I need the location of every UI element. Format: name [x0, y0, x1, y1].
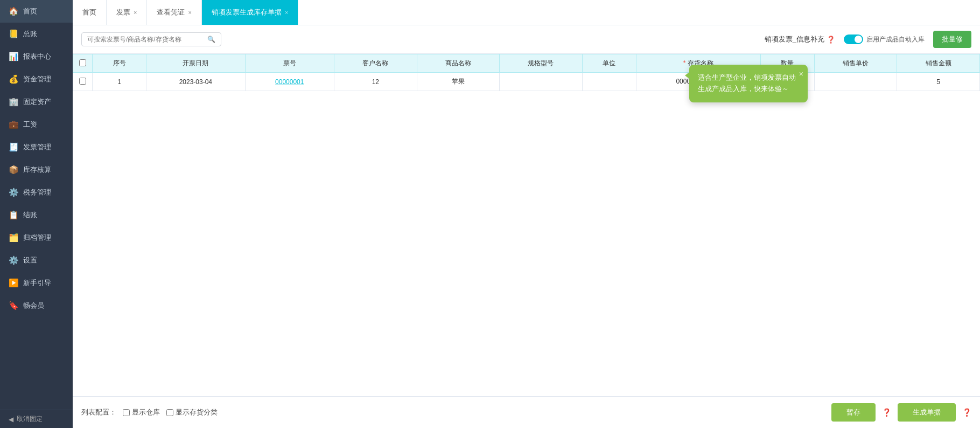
- close-voucher-tab[interactable]: ×: [188, 9, 191, 16]
- sidebar-item-home[interactable]: 🏠 首页: [0, 0, 73, 23]
- header-unit: 单位: [582, 54, 636, 73]
- close-invoice-tab[interactable]: ×: [134, 9, 137, 16]
- inventory-icon: 📦: [9, 165, 19, 175]
- search-box[interactable]: 🔍: [81, 32, 221, 46]
- row-date: 2023-03-04: [146, 73, 245, 91]
- data-table-wrap: 序号 开票日期 票号 客户名称 商品名称 规格型号 单位 存货名称 数量 销售单…: [73, 54, 980, 396]
- home-icon: 🏠: [9, 6, 19, 16]
- tax-icon: ⚙️: [9, 188, 19, 197]
- gen-question-icon: ❓: [962, 408, 971, 417]
- header-spec: 规格型号: [500, 54, 583, 73]
- content-area: 🔍 销项发票_信息补充 ❓ 启用产成品自动入库 批量修: [73, 25, 980, 428]
- sidebar-item-assets[interactable]: 🏢 固定资产: [0, 91, 73, 113]
- show-category-label[interactable]: 显示存货分类: [166, 408, 218, 417]
- wages-icon: 💼: [9, 120, 19, 129]
- row-no[interactable]: 00000001: [245, 73, 334, 91]
- header-no: 票号: [245, 54, 334, 73]
- save-question-icon: ❓: [882, 408, 891, 417]
- sidebar: 🏠 首页 📒 总账 📊 报表中心 💰 资金管理 🏢 固定资产 💼 工资 🧾 发票…: [0, 0, 73, 428]
- settings-icon: ⚙️: [9, 256, 19, 265]
- close-stock-tab[interactable]: ×: [285, 9, 288, 16]
- sidebar-item-member[interactable]: 🔖 畅会员: [0, 294, 73, 317]
- tabbar: 首页 发票 × 查看凭证 × 销项发票生成库存单据 ×: [73, 0, 980, 25]
- row-customer: 12: [334, 73, 417, 91]
- save-button[interactable]: 暂存: [831, 403, 876, 422]
- tooltip-close-button[interactable]: ×: [799, 68, 803, 80]
- header-product: 商品名称: [417, 54, 500, 73]
- generate-button[interactable]: 生成单据: [898, 403, 956, 422]
- auto-warehouse-toggle-wrap: 启用产成品自动入库: [844, 34, 925, 44]
- tooltip-bubble: × 适合生产型企业，销项发票自动生成产成品入库，快来体验～: [689, 65, 808, 102]
- sidebar-item-invoices[interactable]: 🧾 发票管理: [0, 136, 73, 158]
- row-checkbox[interactable]: [79, 78, 86, 85]
- sidebar-item-settings[interactable]: ⚙️ 设置: [0, 249, 73, 272]
- show-warehouse-checkbox[interactable]: [123, 409, 130, 416]
- archive-icon: 🗂️: [9, 233, 19, 243]
- assets-icon: 🏢: [9, 97, 19, 107]
- select-all-checkbox[interactable]: [79, 59, 86, 66]
- show-category-checkbox[interactable]: [166, 409, 173, 416]
- sidebar-item-guide[interactable]: ▶️ 新手引导: [0, 272, 73, 294]
- tab-home[interactable]: 首页: [73, 0, 107, 25]
- row-product: 苹果: [417, 73, 500, 91]
- main-area: 首页 发票 × 查看凭证 × 销项发票生成库存单据 × 🔍 销项发票_信息补充: [73, 0, 980, 428]
- sidebar-item-ledger[interactable]: 📒 总账: [0, 23, 73, 45]
- row-unit: [582, 73, 636, 91]
- sidebar-item-reports[interactable]: 📊 报表中心: [0, 45, 73, 68]
- search-input[interactable]: [87, 36, 204, 43]
- sidebar-item-settlement[interactable]: 📋 结账: [0, 204, 73, 226]
- row-checkbox-cell: [73, 73, 93, 91]
- show-warehouse-label[interactable]: 显示仓库: [123, 408, 160, 417]
- bottom-actions: 暂存 ❓ 生成单据 ❓: [831, 403, 971, 422]
- invoices-icon: 🧾: [9, 142, 19, 152]
- sidebar-item-inventory[interactable]: 📦 库存核算: [0, 158, 73, 181]
- bottom-bar: 列表配置： 显示仓库 显示存货分类 暂存 ❓ 生成单据 ❓: [73, 396, 980, 428]
- info-question-icon: ❓: [827, 36, 835, 44]
- reports-icon: 📊: [9, 52, 19, 61]
- header-customer: 客户名称: [334, 54, 417, 73]
- ledger-icon: 📒: [9, 29, 19, 39]
- header-amount: 销售金额: [897, 54, 980, 73]
- sidebar-item-wages[interactable]: 💼 工资: [0, 113, 73, 136]
- header-checkbox-cell: [73, 54, 93, 73]
- tab-invoice[interactable]: 发票 ×: [107, 0, 147, 25]
- info-supplement-label: 销项发票_信息补充 ❓: [765, 34, 835, 44]
- toolbar-right: 销项发票_信息补充 ❓ 启用产成品自动入库 批量修: [765, 31, 971, 48]
- header-price: 销售单价: [814, 54, 897, 73]
- settlement-icon: 📋: [9, 210, 19, 220]
- toggle-knob: [855, 36, 862, 43]
- member-icon: 🔖: [9, 301, 19, 310]
- list-config: 列表配置： 显示仓库 显示存货分类: [81, 408, 218, 417]
- header-date: 开票日期: [146, 54, 245, 73]
- data-table: 序号 开票日期 票号 客户名称 商品名称 规格型号 单位 存货名称 数量 销售单…: [73, 54, 980, 91]
- header-seq: 序号: [93, 54, 146, 73]
- sidebar-item-archive[interactable]: 🗂️ 归档管理: [0, 226, 73, 249]
- guide-icon: ▶️: [9, 278, 19, 288]
- chevron-left-icon: ◀: [9, 416, 13, 423]
- funds-icon: 💰: [9, 74, 19, 84]
- toolbar: 🔍 销项发票_信息补充 ❓ 启用产成品自动入库 批量修: [73, 25, 980, 54]
- row-price: [814, 73, 897, 91]
- cancel-fixed-btn[interactable]: ◀ 取消固定: [0, 410, 73, 428]
- sidebar-item-tax[interactable]: ⚙️ 税务管理: [0, 181, 73, 204]
- tab-voucher[interactable]: 查看凭证 ×: [147, 0, 201, 25]
- tab-stock[interactable]: 销项发票生成库存单据 ×: [202, 0, 298, 25]
- search-icon: 🔍: [207, 36, 215, 43]
- batch-edit-button[interactable]: 批量修: [933, 31, 971, 48]
- auto-warehouse-toggle[interactable]: [844, 34, 863, 44]
- table-row: 1 2023-03-04 00000001 12 苹果 000001 苹果 个 …: [73, 73, 980, 91]
- row-spec: [500, 73, 583, 91]
- row-amount: 5: [897, 73, 980, 91]
- sidebar-item-funds[interactable]: 💰 资金管理: [0, 68, 73, 91]
- row-seq: 1: [93, 73, 146, 91]
